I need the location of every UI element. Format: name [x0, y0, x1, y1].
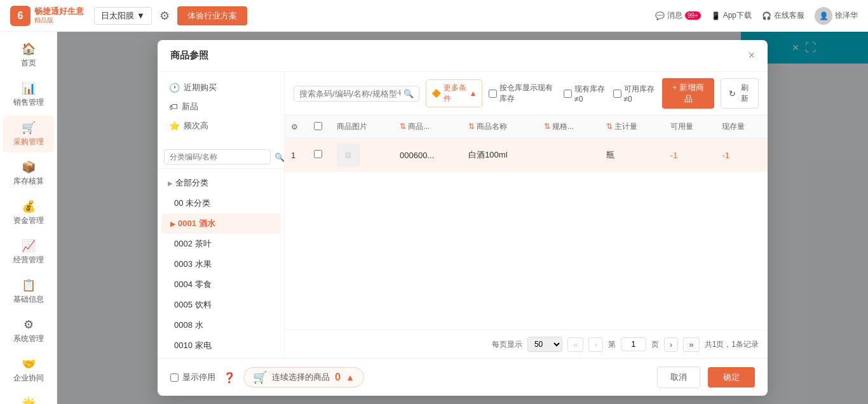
sidebar-item-finance[interactable]: 💰 资金管理 — [3, 194, 54, 231]
cart-collapse-icon[interactable]: ▲ — [346, 372, 355, 382]
checkbox-stock-label[interactable]: 现有库存≠0 — [564, 84, 606, 104]
message-icon-item[interactable]: 💬 消息 99+ — [655, 10, 701, 21]
category-tree: ▶ 全部分类 00 未分类 ▶ 0001 酒水 0002 茶叶 — [158, 173, 284, 356]
modal-right-panel: 🔍 🔶 更多条件 ▲ 按仓库显示现有库存 — [285, 72, 768, 358]
tree-item-tea[interactable]: 0002 茶叶 — [161, 234, 280, 254]
table-row[interactable]: 1 🖼 000600... 白酒100ml — [285, 138, 768, 172]
question-icon[interactable]: ❓ — [223, 372, 236, 384]
per-page-select[interactable]: 50 10 20 100 — [527, 337, 562, 352]
modal-footer: 显示停用 ❓ 🛒 连续选择的商品 0 ▲ 取消 确定 — [158, 358, 768, 396]
sidebar-item-label: 采购管理 — [13, 137, 44, 147]
sidebar-item-label: 库存核算 — [13, 176, 44, 187]
show-disabled-checkbox[interactable] — [170, 374, 179, 382]
nav-selector[interactable]: 日太阳膜 ▼ — [94, 7, 152, 25]
cell-name: 白酒100ml — [462, 138, 538, 172]
sort-icon: ⇅ — [400, 122, 406, 131]
phone-icon: 📱 — [711, 11, 721, 20]
cart-row[interactable]: 🛒 连续选择的商品 0 ▲ — [243, 367, 364, 387]
cell-code: 000600... — [393, 138, 462, 172]
checkbox-warehouse[interactable] — [489, 90, 497, 98]
col-unit: ⇅ 主计量 — [600, 116, 664, 138]
quick-item-new[interactable]: 🏷 新品 — [164, 97, 278, 116]
quick-item-frequent[interactable]: ⭐ 频次高 — [164, 116, 278, 135]
sidebar-item-guide[interactable]: 🌟 新手引导 — [3, 391, 54, 404]
tree-item-fruit[interactable]: 0003 水果 — [161, 254, 280, 274]
sidebar-item-operation[interactable]: 📈 经营管理 — [3, 234, 54, 271]
cart-icon: 🛒 — [253, 370, 267, 384]
sidebar-item-system[interactable]: ⚙ 系统管理 — [3, 313, 54, 349]
arrow-icon: ▶ — [170, 220, 175, 227]
logo-line1: 畅捷通好生意 — [34, 6, 84, 17]
tree-item-snack[interactable]: 0004 零食 — [161, 274, 280, 295]
sidebar-item-purchase[interactable]: 🛒 采购管理 — [3, 116, 54, 152]
modal-left-panel: 🕐 近期购买 🏷 新品 ⭐ 频次高 — [158, 72, 285, 358]
user-icon: 👤 — [819, 11, 829, 20]
show-disabled-label[interactable]: 显示停用 — [170, 372, 215, 383]
row-checkbox[interactable] — [314, 150, 322, 158]
tree-item-water[interactable]: 0008 水 — [161, 315, 280, 335]
checkbox-available-label[interactable]: 可用库存≠0 — [613, 84, 656, 104]
prev-page-button[interactable]: ‹ — [588, 337, 602, 352]
last-page-button[interactable]: » — [683, 337, 699, 352]
page-number-input[interactable] — [621, 337, 646, 351]
user-avatar-item[interactable]: 👤 徐泽华 — [815, 7, 858, 25]
cell-available: -1 — [664, 138, 716, 172]
col-setting[interactable]: ⚙ — [285, 116, 308, 138]
cell-checkbox[interactable] — [308, 138, 330, 172]
operation-icon: 📈 — [22, 239, 36, 253]
next-page-button[interactable]: › — [664, 337, 678, 352]
select-all-checkbox[interactable] — [314, 122, 322, 130]
finance-icon: 💰 — [22, 199, 36, 213]
tree-item-drink[interactable]: 0005 饮料 — [161, 295, 280, 315]
confirm-button[interactable]: 确定 — [708, 367, 755, 387]
modal-close-button[interactable]: × — [748, 49, 755, 62]
quick-section: 🕐 近期购买 🏷 新品 ⭐ 频次高 — [158, 78, 284, 140]
sales-icon: 📊 — [22, 81, 36, 95]
filter-icon: 🔶 — [431, 89, 441, 98]
trial-btn[interactable]: 体验行业方案 — [177, 6, 247, 25]
message-badge: 99+ — [685, 11, 701, 20]
category-search-input[interactable] — [164, 149, 271, 165]
inventory-icon: 📦 — [22, 160, 36, 174]
col-available: 可用量 — [664, 116, 716, 138]
cell-unit: 瓶 — [600, 138, 664, 172]
sidebar-item-inventory[interactable]: 📦 库存核算 — [3, 155, 54, 192]
tree-item-appliance[interactable]: 0010 家电 — [161, 335, 280, 356]
product-search-input[interactable] — [299, 89, 401, 98]
sidebar-item-sales[interactable]: 📊 销售管理 — [3, 76, 54, 113]
first-page-button[interactable]: « — [567, 337, 583, 352]
sidebar-item-home[interactable]: 🏠 首页 — [3, 37, 54, 74]
refresh-button[interactable]: ↻ 刷新 — [721, 78, 759, 109]
add-product-button[interactable]: + 新增商品 — [662, 78, 714, 109]
purchase-icon: 🛒 — [22, 121, 36, 135]
modal: 商品参照 × 🕐 近期购买 🏷 新品 — [158, 40, 768, 396]
sidebar-item-basic[interactable]: 📋 基础信息 — [3, 273, 54, 310]
modal-title: 商品参照 — [170, 50, 208, 62]
search-icon[interactable]: 🔍 — [403, 89, 414, 98]
sidebar-item-label: 销售管理 — [13, 97, 44, 108]
product-table-wrap: ⚙ 商品图片 ⇅ 商品... ⇅ 商品名称 — [285, 116, 768, 330]
checkbox-warehouse-label[interactable]: 按仓库显示现有库存 — [489, 83, 557, 104]
checkbox-available[interactable] — [613, 90, 621, 98]
home-icon: 🏠 — [22, 42, 36, 56]
sidebar-item-label: 经营管理 — [13, 255, 44, 266]
product-table: ⚙ 商品图片 ⇅ 商品... ⇅ 商品名称 — [285, 116, 768, 172]
quick-item-recent[interactable]: 🕐 近期购买 — [164, 78, 278, 97]
checkbox-stock[interactable] — [564, 90, 572, 98]
online-service-item[interactable]: 🎧 在线客服 — [762, 10, 804, 21]
gear-icon[interactable]: ⚙ — [159, 9, 170, 23]
search-icon[interactable]: 🔍 — [275, 152, 285, 162]
new-icon: 🏷 — [169, 102, 178, 112]
sidebar-item-label: 企业协同 — [13, 373, 44, 384]
app-download-item[interactable]: 📱 App下载 — [711, 10, 752, 21]
main-content: 查询 ↻ 刷新 × ⛶ 商品参照 × 🕐 近期购买 — [57, 32, 868, 404]
cancel-button[interactable]: 取消 — [657, 367, 700, 388]
left-search-row: 🔍 « — [158, 145, 284, 169]
tree-item-uncategorized[interactable]: 00 未分类 — [161, 193, 280, 213]
logo-line2: 精品版 — [34, 16, 84, 25]
sidebar-item-enterprise[interactable]: 🤝 企业协同 — [3, 352, 54, 389]
filter-button[interactable]: 🔶 更多条件 ▲ — [426, 79, 482, 107]
tree-item-liquor[interactable]: ▶ 0001 酒水 — [161, 213, 280, 234]
star-icon: ⭐ — [169, 121, 180, 131]
tree-item-all[interactable]: ▶ 全部分类 — [161, 173, 280, 193]
